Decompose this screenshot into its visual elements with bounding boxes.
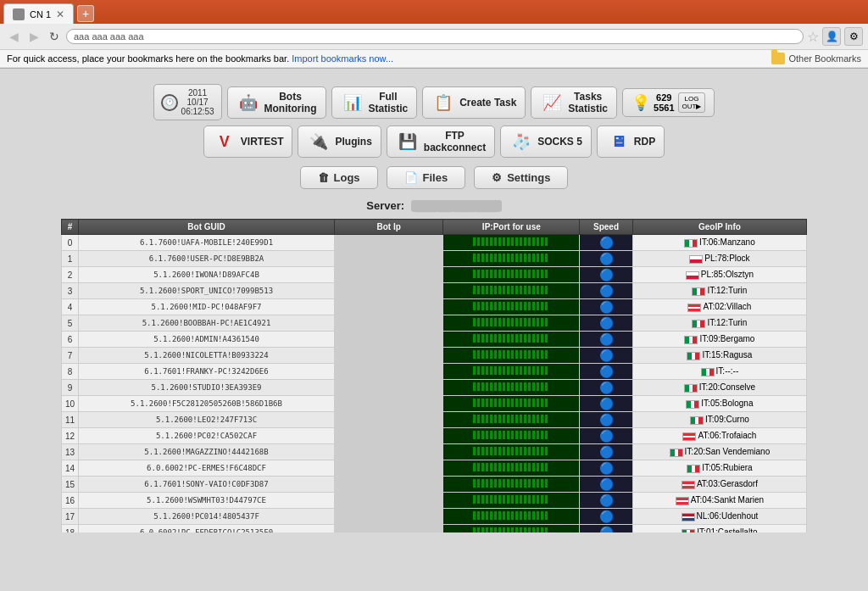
cell-speed: 🔵 [580,348,633,364]
bots-monitoring-button[interactable]: 🤖 BotsMonitoring [227,86,326,119]
logout-button[interactable]: LOGOUT▶ [678,92,706,113]
files-button[interactable]: 📄 Files [387,166,466,189]
other-bookmarks[interactable]: Other Bookmarks [771,53,861,64]
table-row[interactable]: 1 6.1.7600!USER-PC!D8E9BB2A 🔵 PL:78:Ploc… [62,251,807,267]
socks5-button[interactable]: 🧦 SOCKS 5 [500,125,592,158]
table-row[interactable]: 9 5.1.2600!STUDIO!3EA393E9 🔵 IT:20:Conse… [62,380,807,396]
flag-icon [692,320,705,328]
cell-port [443,509,580,525]
rdp-button[interactable]: 🖥 RDP [597,125,665,158]
cell-port [443,396,580,412]
cell-ip [334,525,443,533]
ftp-backconnect-button[interactable]: 💾 FTPbackconnect [387,125,495,158]
reload-button[interactable]: ↻ [46,28,63,45]
cell-guid: 5.1.2600!MAGAZZINO!4442168B [79,444,335,460]
datetime-values: 2011 10/17 06:12:53 [181,88,214,116]
flag-icon [687,352,700,360]
table-row[interactable]: 7 5.1.2600!NICOLETTA!B0933224 🔵 IT:15:Ra… [62,348,807,364]
cell-speed: 🔵 [580,267,633,283]
files-label: Files [423,171,448,184]
cell-port [443,267,580,283]
create-task-button[interactable]: 📋 Create Task [422,86,526,119]
tab-title: CN 1 [30,9,51,20]
cell-port [443,380,580,396]
cell-geoip: IT:12:Turin [632,315,806,332]
back-button[interactable]: ◀ [5,28,22,45]
cell-geoip: IT:--:-- [632,364,806,380]
cell-geoip: IT:05:Rubiera [632,460,806,477]
cell-num: 16 [62,493,79,509]
cell-ip [334,251,443,267]
logs-label: Logs [334,171,360,184]
cell-num: 11 [62,412,79,428]
bots-monitoring-label: BotsMonitoring [264,91,317,114]
create-task-label: Create Task [459,97,516,109]
extensions-icon[interactable]: 👤 [822,27,841,46]
table-body: 0 6.1.7600!UAFA-MOBILE!240E99D1 🔵 IT:06:… [62,235,807,533]
table-row[interactable]: 0 6.1.7600!UAFA-MOBILE!240E99D1 🔵 IT:06:… [62,235,807,251]
plugins-button[interactable]: 🔌 Plugins [298,125,381,158]
table-row[interactable]: 14 6.0.6002!PC-ERMES!F6C48DCF 🔵 IT:05:Ru… [62,460,807,477]
flag-icon [670,449,683,457]
table-row[interactable]: 12 5.1.2600!PC02!CA502CAF 🔵 AT:06:Trofai… [62,428,807,444]
flag-icon [692,287,705,296]
import-bookmarks-link[interactable]: Import bookmarks now... [292,53,393,64]
table-row[interactable]: 5 5.1.2600!BOOBBAH-PC!AE1C4921 🔵 IT:12:T… [62,315,807,332]
table-row[interactable]: 8 6.1.7601!FRANKY-PC!3242D6E6 🔵 IT:--:-- [62,364,807,380]
cell-port [443,428,580,444]
bookmark-star-icon[interactable]: ☆ [807,29,819,45]
table-row[interactable]: 4 5.1.2600!MID-PC!048AF9F7 🔵 AT:02:Villa… [62,299,807,315]
table-row[interactable]: 6 5.1.2600!ADMIN!A4361540 🔵 IT:09:Bergam… [62,332,807,348]
plugins-icon: 🔌 [307,130,331,153]
full-statistic-button[interactable]: 📊 FullStatistic [331,86,418,119]
cell-geoip: AT:06:Trofaiach [632,428,806,444]
url-bar[interactable] [66,29,804,44]
cell-guid: 5.1.2600!F5C28120505260B!586D1B6B [79,396,335,412]
menu-icon[interactable]: ⚙ [844,27,863,46]
virtest-button[interactable]: V VIRTEST [203,125,293,158]
cell-port [443,460,580,477]
table-row[interactable]: 13 5.1.2600!MAGAZZINO!4442168B 🔵 IT:20:S… [62,444,807,460]
table-row[interactable]: 16 5.1.2600!WSWMHT03!D44797CE 🔵 AT:04:Sa… [62,493,807,509]
cell-speed: 🔵 [580,251,633,267]
bookmarks-text: For quick access, place your bookmarks h… [7,53,393,64]
table-row[interactable]: 15 6.1.7601!SONY-VAIO!C0DF3D87 🔵 AT:03:G… [62,477,807,493]
table-row[interactable]: 18 6.0.6002!PC-FEDERICO!C25135F0 🔵 IT:01… [62,525,807,533]
tasks-statistic-label: TasksStatistic [568,91,608,114]
flag-icon [682,513,695,521]
cell-guid: 6.1.7600!USER-PC!D8E9BB2A [79,251,335,267]
cell-guid: 5.1.2600!STUDIO!3EA393E9 [79,380,335,396]
table-row[interactable]: 2 5.1.2600!IWONA!D89AFC4B 🔵 PL:85:Olszty… [62,267,807,283]
col-geoip: GeoIP Info [632,220,806,235]
cell-ip [334,412,443,428]
cell-port [443,299,580,315]
cell-ip [334,380,443,396]
table-row[interactable]: 11 5.1.2600!LEO2!247F713C 🔵 IT:09:Curno [62,412,807,428]
cell-num: 4 [62,299,79,315]
cell-port [443,235,580,251]
folder-icon [771,53,785,64]
settings-button[interactable]: ⚙ Settings [474,166,568,189]
cell-guid: 5.1.2600!PC02!CA502CAF [79,428,335,444]
socks5-label: SOCKS 5 [537,136,582,148]
rdp-label: RDP [634,136,655,148]
browser-tab[interactable]: CN 1 ✕ [3,3,74,24]
cell-num: 5 [62,315,79,332]
cell-speed: 🔵 [580,509,633,525]
new-tab-button[interactable]: + [77,5,94,22]
cell-speed: 🔵 [580,525,633,533]
table-row[interactable]: 3 5.1.2600!SPORT_UNICO!7099B513 🔵 IT:12:… [62,283,807,299]
table-row[interactable]: 17 5.1.2600!PC014!4805437F 🔵 NL:06:Udenh… [62,509,807,525]
cell-num: 8 [62,364,79,380]
ftp-icon: 💾 [396,130,420,153]
flag-icon [690,416,704,425]
table-row[interactable]: 10 5.1.2600!F5C28120505260B!586D1B6B 🔵 I… [62,396,807,412]
toolbar-row1: 🕐 2011 10/17 06:12:53 🤖 BotsMonitoring 📊… [61,77,807,125]
cell-ip [334,348,443,364]
tab-close-button[interactable]: ✕ [56,9,64,20]
tasks-statistic-button[interactable]: 📈 TasksStatistic [531,86,617,119]
logs-button[interactable]: 🗑 Logs [300,166,378,189]
forward-button[interactable]: ▶ [25,28,42,45]
bots-table: # Bot GUID Bot Ip IP:Port for use Speed … [61,219,807,532]
cell-speed: 🔵 [580,364,633,380]
